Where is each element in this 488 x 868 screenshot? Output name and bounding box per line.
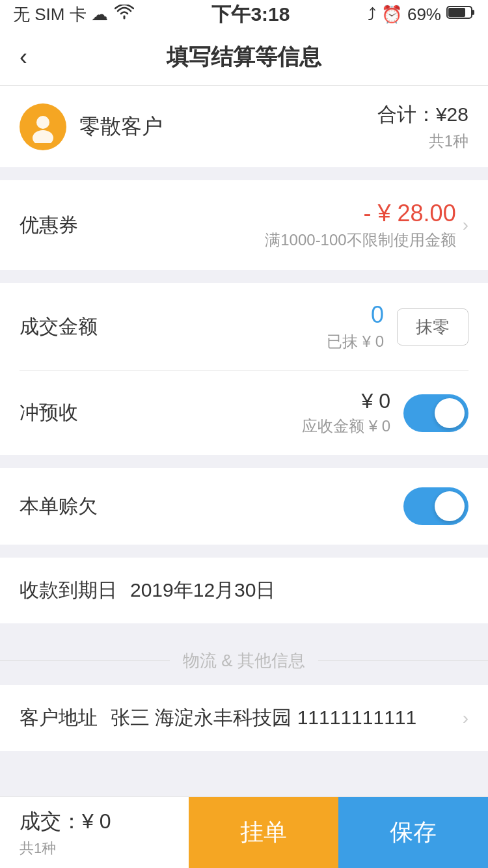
due-date-value: 2019年12月30日 — [130, 577, 275, 604]
nav-title: 填写结算等信息 — [167, 42, 321, 72]
deal-amount-sub: 已抹 ¥ 0 — [327, 331, 384, 352]
chevron-right-icon: › — [463, 708, 468, 729]
deal-amount-right: 0 已抹 ¥ 0 抹零 — [327, 301, 468, 352]
debt-label: 本单赊欠 — [20, 493, 98, 520]
divider-line-left — [0, 660, 170, 661]
status-time: 下午3:18 — [211, 1, 290, 28]
prepay-right: ¥ 0 应收金额 ¥ 0 — [302, 389, 468, 437]
address-section[interactable]: 客户地址 张三 海淀永丰科技园 11111111111 › — [0, 685, 488, 751]
location-icon: ⤴ — [368, 5, 376, 25]
prepay-values: ¥ 0 应收金额 ¥ 0 — [302, 389, 390, 437]
svg-point-4 — [33, 130, 53, 143]
prepay-amount: ¥ 0 — [302, 389, 390, 413]
logistics-divider-section: 物流 & 其他信息 — [0, 636, 488, 685]
debt-toggle[interactable] — [403, 487, 468, 525]
svg-rect-2 — [472, 10, 474, 15]
coupon-row[interactable]: 优惠券 - ¥ 28.00 满1000-100不限制使用金额 › — [0, 180, 488, 270]
coupon-label: 优惠券 — [20, 212, 78, 239]
due-date-row: 收款到期日 2019年12月30日 — [20, 577, 468, 604]
back-button[interactable]: ‹ — [20, 44, 27, 71]
customer-left: 零散客户 — [20, 103, 163, 150]
chevron-right-icon: › — [463, 215, 468, 236]
hang-button[interactable]: 挂单 — [189, 797, 338, 869]
prepay-row: 冲预收 ¥ 0 应收金额 ¥ 0 — [20, 371, 468, 455]
divider-line-right — [318, 660, 488, 661]
address-label: 客户地址 — [20, 705, 98, 731]
bottom-count: 共1种 — [20, 839, 169, 858]
avatar — [20, 103, 66, 150]
deal-amount-label: 成交金额 — [20, 314, 98, 340]
debt-section: 本单赊欠 — [0, 468, 488, 545]
logistics-divider: 物流 & 其他信息 — [0, 636, 488, 685]
nav-bar: ‹ 填写结算等信息 — [0, 29, 488, 86]
prepay-toggle[interactable] — [403, 394, 468, 432]
status-bar: 无 SIM 卡 ☁ 下午3:18 ⤴ ⏰ 69% — [0, 0, 488, 29]
bottom-info: 成交：¥ 0 共1种 — [0, 807, 189, 858]
prepay-label: 冲预收 — [20, 400, 78, 426]
customer-row: 零散客户 合计：¥28 共1种 — [0, 86, 488, 167]
deal-amount-value: 0 — [327, 301, 384, 329]
due-date-section: 收款到期日 2019年12月30日 — [0, 558, 488, 623]
bottom-deal-value: ¥ 0 — [82, 809, 111, 833]
bottom-bar: 成交：¥ 0 共1种 挂单 保存 — [0, 796, 488, 868]
battery-percent: 69% — [407, 5, 441, 25]
logistics-label: 物流 & 其他信息 — [183, 649, 305, 672]
coupon-discount: - ¥ 28.00 — [265, 200, 455, 227]
battery-icon — [446, 5, 475, 25]
save-button[interactable]: 保存 — [338, 797, 488, 869]
address-left: 客户地址 张三 海淀永丰科技园 11111111111 — [20, 705, 416, 731]
total-count: 共1种 — [377, 131, 468, 152]
alarm-icon: ⏰ — [381, 5, 402, 25]
coupon-description: 满1000-100不限制使用金额 — [265, 230, 455, 251]
due-date-label: 收款到期日 — [20, 577, 117, 604]
status-right: ⤴ ⏰ 69% — [368, 5, 475, 25]
customer-total: 合计：¥28 共1种 — [377, 102, 468, 152]
status-left: 无 SIM 卡 ☁ — [13, 3, 134, 26]
coupon-right: - ¥ 28.00 满1000-100不限制使用金额 › — [265, 200, 468, 251]
sim-label: 无 SIM 卡 ☁ — [13, 3, 108, 26]
bottom-deal-label: 成交：¥ 0 — [20, 807, 169, 836]
customer-name: 零散客户 — [79, 113, 163, 141]
wifi-icon — [115, 5, 134, 24]
deal-amount-row: 成交金额 0 已抹 ¥ 0 抹零 — [20, 283, 468, 371]
round-button[interactable]: 抹零 — [397, 308, 468, 346]
svg-rect-1 — [448, 8, 465, 17]
deal-amount-values: 0 已抹 ¥ 0 — [327, 301, 384, 352]
address-value: 张三 海淀永丰科技园 11111111111 — [111, 705, 416, 731]
total-amount: 合计：¥28 — [377, 102, 468, 128]
deal-section: 成交金额 0 已抹 ¥ 0 抹零 冲预收 ¥ 0 应收金额 ¥ 0 — [0, 283, 488, 455]
svg-point-3 — [36, 116, 49, 129]
prepay-sub: 应收金额 ¥ 0 — [302, 416, 390, 437]
